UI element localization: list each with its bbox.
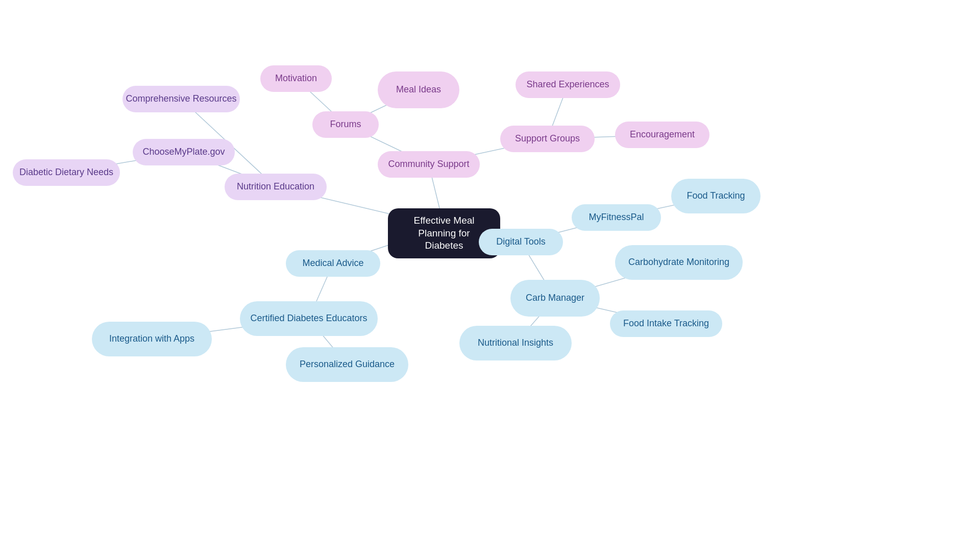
svg-line-16 [555,298,667,324]
svg-line-6 [296,79,346,125]
svg-line-2 [184,152,276,187]
svg-line-17 [516,298,555,343]
svg-line-3 [66,152,184,173]
svg-line-5 [346,125,429,164]
svg-line-13 [617,196,716,218]
mind-map [0,0,980,553]
svg-line-20 [152,319,309,339]
svg-line-7 [346,90,419,125]
svg-line-12 [521,218,617,242]
svg-line-11 [444,227,521,242]
svg-line-15 [555,262,679,298]
svg-line-21 [309,319,347,365]
svg-line-4 [429,164,444,227]
svg-line-8 [429,139,548,164]
svg-line-0 [276,187,444,227]
svg-line-19 [309,263,333,319]
svg-line-14 [521,242,555,298]
svg-line-10 [548,135,663,139]
svg-line-9 [548,85,568,139]
svg-line-18 [333,227,445,263]
svg-line-1 [181,99,276,187]
